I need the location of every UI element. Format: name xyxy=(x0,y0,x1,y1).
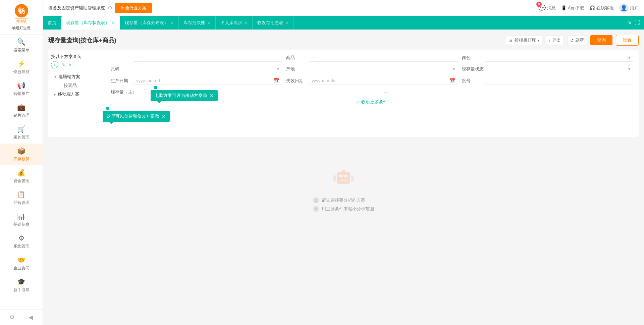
origin-select[interactable]: ▾ xyxy=(309,65,458,73)
sidebar: 畅 标准版 畅通好生意 🔍 搜索菜单 ⚡ 快捷导航 📢 营销推广 💼 销售管理 … xyxy=(0,0,43,325)
add-scheme-btn[interactable]: + xyxy=(51,61,58,68)
filter-label: 按以下方案查询 xyxy=(51,54,82,60)
logo-tag: 标准版 xyxy=(15,18,28,24)
print-label: 按模板打印 xyxy=(515,37,536,43)
app-download-btn[interactable]: 📱 App下载 xyxy=(561,5,584,11)
sidebar-item-marketing[interactable]: 📢 营销推广 xyxy=(0,78,43,100)
user-label: 用户 xyxy=(630,5,639,11)
sidebar-item-label: 快捷导航 xyxy=(13,69,30,75)
marketing-icon: 📢 xyxy=(17,82,25,90)
sidebar-item-label: 营销推广 xyxy=(13,91,30,97)
range-separator: — xyxy=(384,90,389,95)
topbar-settings-icon[interactable]: ⚙ xyxy=(108,5,112,11)
tooltip-2-close[interactable]: ✕ xyxy=(162,114,166,119)
filter-content: 按以下方案查询 + ✎ « ▼ 电脑端方案 — 接调品 xyxy=(48,50,639,137)
size-label: 尺码 xyxy=(111,66,131,72)
tabbar-right: ✕ ⛶ xyxy=(624,20,644,26)
print-btn[interactable]: 🖨 按模板打印 ▾ xyxy=(506,36,542,45)
sidebar-item-label: 销售管理 xyxy=(13,113,30,118)
prod-date-input[interactable]: yyyy-mm-dd 📅 xyxy=(133,76,282,85)
sidebar-item-operations[interactable]: 📋 经营管理 xyxy=(0,187,43,209)
main-area: 装备及固定资产辅助管理系统 ⚙ 体验行业方案 💬 8 消息 📱 App下载 🎧 … xyxy=(43,0,644,325)
tab-inventory-batch-close[interactable]: ✕ xyxy=(207,20,211,25)
sidebar-logo-text: 畅通好生意 xyxy=(12,25,31,30)
tab-inventory-status[interactable]: 现存量（库存状况表） ✕ xyxy=(61,16,120,30)
settings-bottom-icon[interactable]: ⚙ xyxy=(9,314,15,321)
filter-item-exp-date: 失效日期 yyyy-mm-dd 📅 xyxy=(286,76,458,85)
edit-scheme-btn[interactable]: ✎ xyxy=(60,61,67,68)
expand-icon[interactable]: ⛶ xyxy=(635,20,640,26)
sidebar-item-basics[interactable]: 📊 基础信息 xyxy=(0,209,43,231)
batch-input[interactable] xyxy=(485,77,633,85)
filter-item-warehouse: ··· xyxy=(111,54,282,62)
refresh-btn[interactable]: ↺ 刷新 xyxy=(567,36,587,45)
sidebar-item-guide[interactable]: 🎓 新手引导 xyxy=(0,274,43,296)
setting-btn[interactable]: 设置 xyxy=(616,35,639,46)
sidebar-item-sales[interactable]: 💼 销售管理 xyxy=(0,100,43,122)
operations-icon: 📋 xyxy=(17,191,25,199)
logo-icon: 畅 xyxy=(15,4,28,17)
user-btn[interactable]: 👤 用户 xyxy=(619,3,639,13)
content-area: 现存量查询(按仓库+商品) 🖨 按模板打印 ▾ ↑ 导出 ↺ 刷新 查询 设置 xyxy=(43,30,644,325)
tab-inventory-dist-close[interactable]: ✕ xyxy=(170,20,174,25)
tip-text-2: 用过滤条件来缩小分析范围 xyxy=(322,206,374,212)
close-other-tabs-icon[interactable]: ✕ xyxy=(628,20,632,26)
sidebar-item-quick[interactable]: ⚡ 快捷导航 xyxy=(0,56,43,78)
sidebar-item-search[interactable]: 🔍 搜索菜单 xyxy=(0,35,43,56)
scheme-desktop[interactable]: ▼ 电脑端方案 xyxy=(51,72,102,81)
support-label: 在线客服 xyxy=(596,5,614,11)
trial-btn[interactable]: 体验行业方案 xyxy=(115,3,152,13)
tab-inventory-status-close[interactable]: ✕ xyxy=(112,20,115,25)
warehouse-select[interactable]: ··· xyxy=(133,54,282,62)
prod-date-label: 生产日期 xyxy=(111,78,131,84)
color-select[interactable]: ▾ xyxy=(485,54,633,62)
tab-home[interactable]: 首页 xyxy=(43,16,61,30)
sidebar-bottom: ⚙ ◀ xyxy=(0,309,43,325)
stock-qty-max[interactable] xyxy=(391,88,634,96)
sidebar-item-enterprise[interactable]: 🤝 企业协同 xyxy=(0,253,43,274)
goods-dots: ··· xyxy=(312,55,315,60)
svg-rect-1 xyxy=(339,175,343,177)
scheme-tree: 按以下方案查询 + ✎ « ▼ 电脑端方案 — 接调品 xyxy=(48,50,105,137)
collapse-sidebar-icon[interactable]: ◀ xyxy=(29,314,33,321)
scheme-child-label: 接调品 xyxy=(64,83,77,89)
sidebar-item-finance[interactable]: 💰 资金管理 xyxy=(0,165,43,187)
tab-in-out-flow-close[interactable]: ✕ xyxy=(244,20,248,25)
search-btn[interactable]: 查询 xyxy=(590,35,612,45)
origin-label: 产地 xyxy=(286,66,306,72)
prod-date-placeholder: yyyy-mm-dd xyxy=(136,78,160,83)
purchase-icon: 🛒 xyxy=(17,125,25,133)
sidebar-logo: 畅 标准版 畅通好生意 xyxy=(0,0,43,35)
tab-inventory-dist[interactable]: 现存量（库存分布表） ✕ xyxy=(120,16,179,30)
online-support-btn[interactable]: 🎧 在线客服 xyxy=(590,5,614,11)
sidebar-item-system[interactable]: ⚙ 系统管理 xyxy=(0,231,43,253)
size-select[interactable]: ▾ xyxy=(133,65,282,73)
export-btn[interactable]: ↑ 导出 xyxy=(546,36,564,45)
stock-status-label: 现存量状态 xyxy=(462,66,484,72)
goods-select[interactable]: ··· xyxy=(309,54,458,62)
color-label: 颜色 xyxy=(462,55,482,61)
stock-status-select[interactable]: ▾ xyxy=(486,65,633,73)
sidebar-item-label: 基础信息 xyxy=(13,222,30,227)
tab-in-out-flow[interactable]: 出入库流水 ✕ xyxy=(216,16,253,30)
tab-recv-send-sum-label: 收发存汇总表 xyxy=(257,20,283,26)
message-btn[interactable]: 💬 8 消息 xyxy=(538,4,556,12)
tip-text-1: 请先选择要分析的方案 xyxy=(322,197,365,203)
tab-inventory-batch[interactable]: 库存批次账 ✕ xyxy=(179,16,216,30)
tooltip-1-close[interactable]: ✕ xyxy=(210,93,214,98)
tab-recv-send-sum-close[interactable]: ✕ xyxy=(285,20,289,25)
empty-tip-1: 1 请先选择要分析的方案 xyxy=(313,197,374,203)
tab-recv-send-sum[interactable]: 收发存汇总表 ✕ xyxy=(253,16,294,30)
filter-item-color: 颜色 ▾ xyxy=(462,54,633,62)
sidebar-item-inventory[interactable]: 📦 库存核算 xyxy=(0,144,43,165)
scheme-desktop-child[interactable]: — 接调品 xyxy=(51,81,102,90)
prod-date-calendar-icon: 📅 xyxy=(274,78,279,83)
svg-rect-0 xyxy=(337,172,350,184)
exp-date-input[interactable]: yyyy-mm-dd 📅 xyxy=(309,76,458,85)
svg-rect-4 xyxy=(342,170,345,172)
quick-icon: ⚡ xyxy=(17,60,25,68)
sidebar-item-purchase[interactable]: 🛒 采购管理 xyxy=(0,122,43,144)
collapse-scheme-icon[interactable]: « xyxy=(68,62,71,67)
scheme-mobile[interactable]: ▶ 移动端方案 xyxy=(51,90,102,99)
tab-inventory-batch-label: 库存批次账 xyxy=(183,20,205,26)
